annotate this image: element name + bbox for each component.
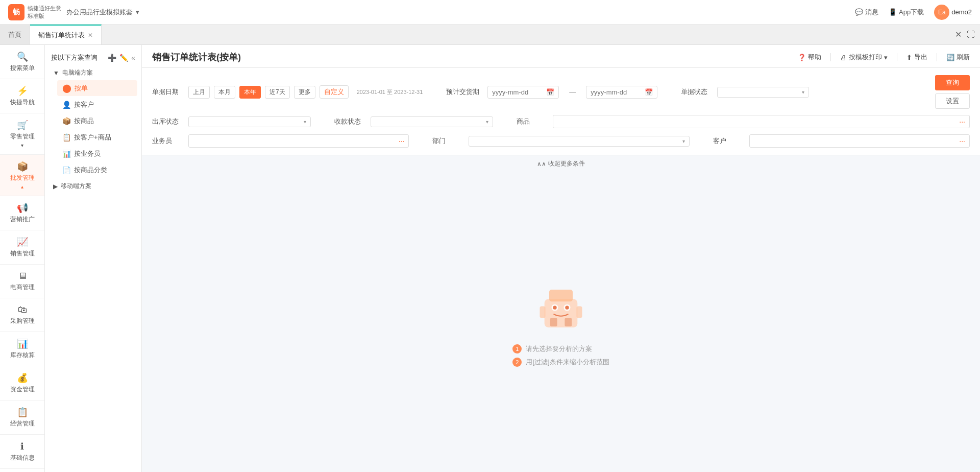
date-btn-more[interactable]: 更多 [294, 86, 315, 99]
sidebar-item-search[interactable]: 🔍 搜索菜单 [0, 45, 44, 79]
sidebar-item-wholesale[interactable]: 📦 批发管理 ▴ [0, 155, 44, 196]
expected-start-field[interactable] [492, 88, 543, 96]
filter-row-1: 单据日期 上月 本月 本年 近7天 更多 自定义 2023-01-01 至 20… [152, 75, 970, 109]
svg-rect-0 [545, 299, 578, 327]
date-btn-this-year[interactable]: 本年 [239, 86, 261, 99]
sidebar-item-finance[interactable]: 💰 资金管理 [0, 366, 44, 400]
tab-close-all-icon[interactable]: ✕ [955, 30, 962, 39]
payment-status-label: 收款状态 [334, 117, 362, 126]
date-btn-last-month[interactable]: 上月 [188, 86, 210, 99]
top-bar-right: 💬 消息 📱 App下载 Ea demo2 [855, 5, 972, 20]
expected-date-label: 预计交货期 [446, 87, 479, 97]
customer-more-icon[interactable]: ··· [959, 137, 965, 145]
sidebar-item-marketing[interactable]: 📢 营销推广 [0, 196, 44, 230]
scheme-item-by-order[interactable]: ⬤ 按单 [57, 80, 137, 96]
logo-icon: 畅 [8, 4, 24, 20]
quick-nav-icon: ⚡ [17, 85, 28, 97]
sales-icon: 📈 [17, 237, 28, 248]
customer-label: 客户 [713, 136, 741, 146]
username-label: demo2 [951, 8, 972, 16]
divider-3 [937, 53, 937, 61]
app-download-button[interactable]: 📱 App下载 [889, 8, 924, 17]
salesman-more-icon[interactable]: ··· [399, 137, 405, 145]
tab-close-button[interactable]: ✕ [88, 32, 93, 39]
query-button[interactable]: 查询 [935, 75, 970, 90]
empty-hint-2: 2 用[过滤]条件来缩小分析范围 [512, 358, 609, 367]
sidebar-item-ecommerce[interactable]: 🖥 电商管理 [0, 265, 44, 298]
date-btn-this-month[interactable]: 本月 [214, 86, 235, 99]
expected-date-end-input[interactable]: 📅 [586, 86, 657, 99]
goods-input-wrapper[interactable]: ··· [553, 115, 970, 128]
dept-label: 部门 [432, 136, 460, 146]
inventory-icon: 📊 [17, 338, 28, 349]
export-button[interactable]: ⬆ 导出 [906, 53, 927, 62]
sidebar-item-base-info[interactable]: ℹ 基础信息 [0, 435, 44, 469]
collapse-bar[interactable]: ∧∧ 收起更多条件 [142, 155, 980, 172]
bill-status-label: 单据状态 [681, 87, 709, 97]
dept-select[interactable]: ▾ [469, 136, 689, 147]
scheme-item-by-goods[interactable]: 📦 按商品 [57, 113, 137, 129]
bill-status-select[interactable]: ▾ [717, 87, 809, 98]
scheme-item-by-cust-goods[interactable]: 📋 按客户+商品 [57, 130, 137, 145]
scheme-group-mobile-arrow: ▶ [53, 183, 58, 190]
svg-point-9 [565, 305, 569, 309]
scheme-group-pc-label: 电脑端方案 [62, 68, 93, 77]
scheme-item-by-customer[interactable]: 👤 按客户 [57, 97, 137, 112]
sidebar-label-search: 搜索菜单 [10, 64, 35, 73]
sidebar: 🔍 搜索菜单 ⚡ 快捷导航 🛒 零售管理 ▾ 📦 批发管理 ▴ 📢 营销推广 📈… [0, 45, 45, 472]
collapse-panel-button[interactable]: « [131, 54, 135, 62]
user-area[interactable]: Ea demo2 [934, 5, 972, 20]
retail-expand-icon: ▾ [21, 143, 23, 148]
empty-illustration [530, 278, 592, 339]
sidebar-label-retail: 零售管理 [10, 132, 35, 141]
goods-more-icon[interactable]: ··· [959, 117, 965, 126]
scheme-group-pc-title[interactable]: ▼ 电脑端方案 [49, 65, 137, 80]
scheme-item-by-salesman[interactable]: 📊 按业务员 [57, 146, 137, 161]
avatar: Ea [934, 5, 949, 20]
salesman-label: 业务员 [152, 136, 180, 146]
customer-input-wrapper[interactable]: ··· [749, 134, 970, 148]
page-title: 销售订单统计表(按单) [152, 51, 241, 63]
date-btn-custom[interactable]: 自定义 [320, 85, 349, 99]
sidebar-label-finance: 资金管理 [10, 385, 35, 394]
salesman-input-wrapper[interactable]: ··· [188, 134, 409, 148]
expected-date-start-input[interactable]: 📅 [487, 86, 559, 99]
edit-scheme-button[interactable]: ✏️ [119, 54, 128, 62]
by-customer-icon: 👤 [62, 101, 71, 109]
sidebar-item-sales[interactable]: 📈 销售管理 [0, 230, 44, 265]
tab-sales-stat[interactable]: 销售订单统计表 ✕ [30, 25, 102, 44]
tab-home[interactable]: 首页 [0, 25, 30, 44]
delivery-status-label: 出库状态 [152, 117, 180, 126]
date-separator: — [569, 88, 576, 96]
print-icon: 🖨 [840, 54, 847, 61]
sidebar-item-inventory[interactable]: 📊 库存核算 [0, 332, 44, 366]
help-icon: ❓ [798, 54, 806, 61]
scheme-item-by-category[interactable]: 📄 按商品分类 [57, 162, 137, 178]
by-category-icon: 📄 [62, 166, 71, 174]
sidebar-item-purchase[interactable]: 🛍 采购管理 [0, 298, 44, 332]
download-icon: 📱 [889, 8, 897, 16]
sidebar-item-operation[interactable]: 📋 经营管理 [0, 400, 44, 435]
tab-sales-stat-label: 销售订单统计表 [38, 31, 85, 40]
scheme-group-mobile-title[interactable]: ▶ 移动端方案 [49, 179, 137, 194]
purchase-icon: 🛍 [18, 304, 27, 315]
setting-button[interactable]: 设置 [935, 93, 970, 109]
sidebar-item-retail[interactable]: 🛒 零售管理 ▾ [0, 113, 44, 155]
refresh-button[interactable]: 🔄 刷新 [946, 53, 970, 62]
delivery-status-select[interactable]: ▾ [188, 116, 311, 127]
expected-end-field[interactable] [591, 88, 642, 96]
sidebar-item-sys-mgmt[interactable]: ⚙ 系统管理 [0, 469, 44, 472]
help-button[interactable]: ❓ 帮助 [798, 53, 821, 62]
payment-status-select[interactable]: ▾ [371, 116, 493, 127]
template-print-button[interactable]: 🖨 按模板打印 ▾ [840, 53, 888, 62]
svg-rect-4 [550, 318, 557, 326]
sidebar-item-quick-nav[interactable]: ⚡ 快捷导航 [0, 79, 44, 113]
hint-text-1: 请先选择要分析的方案 [526, 344, 592, 353]
add-scheme-button[interactable]: ➕ [108, 54, 116, 62]
date-btn-last7[interactable]: 近7天 [265, 86, 290, 99]
breadcrumb-dropdown-icon[interactable]: ▾ [136, 8, 139, 16]
finance-icon: 💰 [17, 372, 28, 384]
tab-bar-right: ✕ ⛶ [950, 25, 980, 44]
message-button[interactable]: 💬 消息 [855, 8, 878, 17]
tab-fullscreen-icon[interactable]: ⛶ [967, 30, 975, 39]
